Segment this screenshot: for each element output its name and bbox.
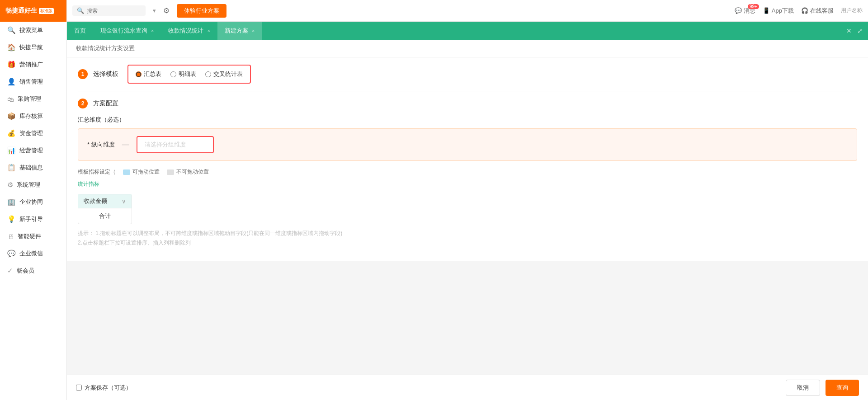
main-area: 🔍 ▾ ⚙ 体验行业方案 💬 消息 99+ 📱 App下载 🎧 在线客服 用户名… [67, 0, 868, 400]
save-label: 方案保存（可选） [85, 384, 132, 392]
tab-label: 首页 [74, 27, 86, 35]
sidebar-item-search-menu[interactable]: 🔍 搜索菜单 [0, 22, 66, 39]
sidebar-item-enterprise[interactable]: 🏢 企业协同 [0, 193, 66, 211]
template-detail-label: 明细表 [179, 70, 196, 78]
logo-badge: 标准版 [39, 8, 54, 14]
monitor-icon: 🖥 [7, 233, 14, 240]
sidebar-item-label: 资金管理 [19, 129, 43, 137]
headset-icon: 🎧 [801, 7, 808, 14]
trial-button[interactable]: 体验行业方案 [177, 4, 226, 18]
sidebar-item-label: 营销推广 [19, 61, 43, 69]
user-icon: 👤 [7, 78, 16, 86]
dropdown-arrow-icon[interactable]: ▾ [153, 7, 156, 14]
metrics-total-row: 合计 [78, 208, 132, 224]
download-button[interactable]: 📱 App下载 [763, 7, 794, 15]
step2-badge: 2 [78, 99, 88, 108]
check-icon: ✓ [7, 267, 13, 275]
sidebar-item-label: 系统管理 [17, 181, 40, 189]
tab-close-icon[interactable]: × [207, 28, 210, 33]
dimension-selector[interactable]: 请选择分组维度 [137, 136, 214, 153]
template-crosstab-radio[interactable] [205, 71, 211, 77]
sidebar-item-label: 经营管理 [19, 146, 43, 155]
message-icon: 💬 [735, 7, 742, 14]
tab-close-icon[interactable]: × [151, 28, 154, 33]
metrics-column-header[interactable]: 收款金额 ∨ [78, 194, 132, 208]
metrics-legend: 模板指标设定（ 可拖动位置 不可拖动位置 [78, 168, 857, 176]
maximize-icon[interactable]: ⤢ [857, 27, 863, 34]
sidebar-item-hardware[interactable]: 🖥 智能硬件 [0, 228, 66, 245]
step2-label: 方案配置 [93, 99, 118, 108]
template-detail-option[interactable]: 明细表 [170, 70, 196, 78]
sidebar-item-quick-nav[interactable]: 🏠 快捷导航 [0, 39, 66, 56]
sidebar-item-finance[interactable]: 💰 资金管理 [0, 125, 66, 142]
search-icon: 🔍 [7, 26, 16, 34]
sidebar-item-marketing[interactable]: 🎁 营销推广 [0, 56, 66, 73]
tab-close-icon[interactable]: × [252, 28, 255, 33]
tab-new-plan[interactable]: 新建方案 × [217, 22, 262, 40]
sidebar-item-guide[interactable]: 💡 新手引导 [0, 211, 66, 228]
user-name: 用户名称 [841, 7, 863, 14]
service-button[interactable]: 🎧 在线客服 [801, 7, 834, 15]
list-icon: 📋 [7, 164, 16, 172]
topbar-right: 💬 消息 99+ 📱 App下载 🎧 在线客服 用户名称 [735, 7, 863, 15]
fixed-indicator [167, 169, 174, 175]
sidebar: 畅捷通好生 标准版 🔍 搜索菜单 🏠 快捷导航 🎁 营销推广 👤 销售管理 🛍 … [0, 0, 67, 400]
legend-fixed-label: 不可拖动位置 [176, 168, 209, 176]
tab-receipt-stats[interactable]: 收款情况统计 × [161, 22, 217, 40]
close-window-icon[interactable]: ✕ [846, 27, 852, 34]
settings-icon[interactable]: ⚙ [163, 6, 170, 15]
page-title: 收款情况统计方案设置 [67, 40, 868, 57]
draggable-indicator [123, 169, 130, 175]
column-header-label: 收款金额 [84, 197, 107, 205]
template-summary-option[interactable]: 汇总表 [136, 70, 161, 78]
sidebar-item-sales[interactable]: 👤 销售管理 [0, 73, 66, 90]
search-box[interactable]: 🔍 [72, 5, 146, 16]
sidebar-item-system[interactable]: ⚙ 系统管理 [0, 176, 66, 193]
row-dimension-label: * 纵向维度 [87, 141, 115, 149]
metrics-legend-title: 模板指标设定（ [78, 168, 116, 176]
notification-badge: 99+ [748, 4, 759, 9]
sidebar-item-label: 搜索菜单 [19, 26, 43, 34]
step1-row: 1 选择模板 汇总表 明细表 交叉统计表 [78, 65, 857, 84]
legend-draggable-label: 可拖动位置 [132, 168, 160, 176]
template-crosstab-label: 交叉统计表 [213, 70, 243, 78]
sidebar-item-label: 基础信息 [19, 164, 43, 172]
bag-icon: 🛍 [7, 95, 14, 103]
sidebar-item-inventory[interactable]: 📦 库存核算 [0, 108, 66, 125]
dimension-area: * 纵向维度 — 请选择分组维度 [78, 128, 857, 161]
metrics-config: 模板指标设定（ 可拖动位置 不可拖动位置 统计指标 收款金 [78, 168, 857, 224]
query-button[interactable]: 查询 [826, 380, 859, 396]
tabbar: 首页 现金银行流水查询 × 收款情况统计 × 新建方案 × ✕ ⤢ [67, 22, 868, 40]
tab-home[interactable]: 首页 [67, 22, 93, 40]
template-summary-radio[interactable] [136, 71, 142, 77]
sidebar-item-operation[interactable]: 📊 经营管理 [0, 142, 66, 159]
template-crosstab-option[interactable]: 交叉统计表 [205, 70, 243, 78]
gift-icon: 🎁 [7, 61, 16, 69]
step1-badge: 1 [78, 69, 88, 79]
topbar: 🔍 ▾ ⚙ 体验行业方案 💬 消息 99+ 📱 App下载 🎧 在线客服 用户名… [67, 0, 868, 22]
template-detail-radio[interactable] [170, 71, 176, 77]
sidebar-item-purchase[interactable]: 🛍 采购管理 [0, 90, 66, 108]
tip-1: 提示： 1.拖动标题栏可以调整布局，不可跨维度或指标区域拖动目字段(只能在同一维… [78, 230, 857, 237]
tab-label: 现金银行流水查询 [100, 27, 147, 35]
cancel-button[interactable]: 取消 [786, 380, 820, 396]
notification-button[interactable]: 💬 消息 99+ [735, 7, 755, 15]
sidebar-item-basic-info[interactable]: 📋 基础信息 [0, 159, 66, 176]
sidebar-item-label: 企业微信 [19, 249, 43, 258]
search-input[interactable] [87, 8, 141, 14]
content-area: 收款情况统计方案设置 1 选择模板 汇总表 明细表 [67, 40, 868, 375]
sidebar-item-label: 畅会员 [17, 267, 34, 275]
tab-bank-flow[interactable]: 现金银行流水查询 × [93, 22, 161, 40]
sidebar-item-wechat[interactable]: 💬 企业微信 [0, 245, 66, 262]
service-label: 在线客服 [810, 7, 834, 15]
step1-label: 选择模板 [93, 70, 118, 78]
save-checkbox[interactable] [76, 385, 82, 391]
sidebar-logo: 畅捷通好生 标准版 [0, 0, 66, 22]
column-dropdown-icon[interactable]: ∨ [122, 198, 126, 205]
metrics-section-label: 统计指标 [78, 180, 857, 190]
sidebar-item-member[interactable]: ✓ 畅会员 [0, 262, 66, 279]
chat-icon: 💬 [7, 249, 16, 258]
save-option[interactable]: 方案保存（可选） [76, 384, 132, 392]
metrics-table: 收款金额 ∨ 合计 [78, 194, 132, 224]
home-icon: 🏠 [7, 43, 16, 52]
